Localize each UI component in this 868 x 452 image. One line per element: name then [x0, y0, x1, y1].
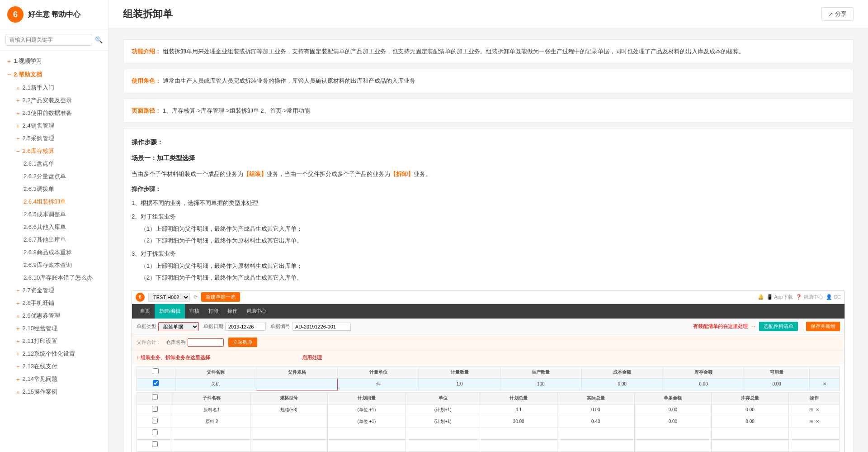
annotation-row: ↑ 组装业务、拆卸业务在这里选择 启用处理: [132, 350, 844, 364]
copy-icon-2[interactable]: ⊞: [809, 419, 813, 424]
help-icon: ❓ 帮助中心: [796, 293, 823, 302]
select-all-top[interactable]: [153, 368, 159, 374]
sidebar-item-docs-27[interactable]: + 2.7资金管理: [0, 284, 108, 297]
sidebar-item-docs-211[interactable]: + 2.11打印设置: [0, 335, 108, 347]
table-row: 关机 件 1:0 100 0.00 0.00 0.00 ✕: [137, 378, 840, 390]
sidebar-item-docs-264[interactable]: 2.6.4组装拆卸单: [0, 195, 108, 208]
sidebar-item-docs-23[interactable]: + 2.3使用前数据准备: [0, 107, 108, 119]
warehouse-input[interactable]: [188, 338, 224, 347]
row-amt-2: 0.00: [634, 416, 712, 428]
ops-2: ⊞ ✕: [788, 416, 840, 428]
sidebar-item-docs-24[interactable]: + 2.4销售管理: [0, 119, 108, 132]
del-icon-2[interactable]: ✕: [816, 419, 819, 424]
del-icon[interactable]: ✕: [816, 407, 819, 412]
table-row: [137, 428, 840, 439]
sidebar-item-docs-210[interactable]: + 2.10经营管理: [0, 322, 108, 335]
doc-date-input[interactable]: [225, 323, 266, 331]
bom-btn[interactable]: 选配件料清单: [759, 322, 798, 331]
th-child-unit: 单位: [406, 392, 480, 404]
sidebar-item-docs-261[interactable]: 2.6.1盘点单: [0, 157, 108, 170]
sidebar-item-docs-214[interactable]: + 2.14常见问题: [0, 373, 108, 385]
child-unit-2: (计划+1): [406, 416, 480, 428]
nav-review[interactable]: 审核: [185, 304, 204, 319]
nav-tree: + 1.视频学习 − 2.帮助文档 + 2.1新手入门 + 2.2产品安装及登录…: [0, 51, 108, 452]
sidebar-item-docs-262[interactable]: 2.6.2分量盘点单: [0, 170, 108, 183]
planned-use-2: (单位 +1): [327, 416, 406, 428]
alert-icon: 🔔: [758, 293, 764, 302]
th-stock-val: 库存金额: [663, 366, 744, 378]
sidebar-item-docs-21[interactable]: + 2.1新手入门: [0, 81, 108, 94]
main-content: 组装拆卸单 ↗ 分享 功能介绍： 组装拆卸单用来处理企业组装或拆卸等加工业务，支…: [108, 0, 868, 452]
sidebar-item-docs-2610[interactable]: 2.6.10库存账本错了怎么办: [0, 271, 108, 284]
plan-total-1: 4.1: [480, 404, 557, 416]
doc-no-input[interactable]: [292, 323, 351, 331]
row-checkbox[interactable]: [153, 380, 159, 386]
role-text: 通常由生产人员或库管人员完成拆装业务的操作，库管人员确认原材料的出库和产成品的入…: [163, 77, 415, 84]
search-input[interactable]: [5, 34, 92, 46]
unit-cell: 件: [338, 378, 419, 390]
copy-icon[interactable]: ⊞: [809, 407, 813, 412]
role-label: 使用角色：: [132, 77, 161, 84]
nav-ops[interactable]: 操作: [223, 304, 242, 319]
form-field-no: 单据编号: [270, 322, 351, 331]
scene-desc: 当由多个子件材料组装成一个成品的业务为【组装】业务，当由一个父件拆分成多个子产品…: [132, 169, 845, 179]
sidebar-item-docs-265[interactable]: 2.6.5成本调整单: [0, 208, 108, 221]
select-all-bottom[interactable]: [152, 394, 158, 400]
th-action: [809, 366, 840, 378]
ok-btn[interactable]: 立采购单: [228, 338, 257, 347]
sidebar-item-docs-269[interactable]: 2.6.9库存账本查询: [0, 259, 108, 271]
screenshot-container: 6 TEST-H002 ⟳ 新建单据一览 🔔 📱 App下载 ❓ 帮助中心 👤 …: [132, 290, 845, 452]
sidebar-item-docs-29[interactable]: + 2.9优惠券管理: [0, 309, 108, 322]
parent-table: 父件名称 父件规格 计量单位 计量数量 生产数量 成本金额 库存金额 可用量: [137, 366, 840, 390]
sidebar-item-docs-266[interactable]: 2.6.6其他入库单: [0, 221, 108, 233]
sidebar-item-docs-26[interactable]: − 2.6库存核算: [0, 145, 108, 157]
screenshot-inner: 6 TEST-H002 ⟳ 新建单据一览 🔔 📱 App下载 ❓ 帮助中心 👤 …: [132, 290, 844, 452]
nav-print[interactable]: 打印: [204, 304, 223, 319]
th-qty: 计量数量: [419, 366, 500, 378]
stock-total-2: 0.00: [712, 416, 789, 428]
arrow-right: →: [750, 321, 756, 332]
child-row-cb[interactable]: [152, 406, 158, 412]
th-actual-total: 实际总量: [557, 392, 634, 404]
doc-type-select[interactable]: 组装单据: [158, 322, 199, 331]
sidebar-item-docs-25[interactable]: + 2.5采购管理: [0, 132, 108, 145]
stock-val-cell: 0.00: [663, 378, 744, 390]
sidebar-item-docs-213[interactable]: + 2.13在线支付: [0, 360, 108, 373]
actual-total-1: 0.00: [557, 404, 634, 416]
child-row-cb[interactable]: [152, 418, 158, 423]
sub-form-row: 父件合计： 仓库名称 立采购单: [132, 335, 844, 350]
th-ops: 操作: [788, 392, 840, 404]
row-delete-icon[interactable]: ✕: [823, 381, 826, 386]
store-selector[interactable]: TEST-H002: [148, 293, 190, 302]
nav-home[interactable]: 自页: [136, 304, 155, 319]
collapse-icon: −: [7, 71, 11, 78]
save-btn[interactable]: 保存并新增: [806, 322, 840, 331]
func-intro-label: 功能介绍：: [132, 48, 161, 55]
warehouse-field: 仓库名称: [166, 338, 224, 347]
actual-total-2: 0.40: [557, 416, 634, 428]
parent-name-cell: 关机: [175, 378, 256, 390]
sidebar-item-docs-263[interactable]: 2.6.3调拨单: [0, 183, 108, 195]
scene-title: 场景一：加工类型选择: [132, 154, 195, 162]
th-cb2: [137, 392, 173, 404]
search-button[interactable]: 🔍: [95, 36, 103, 43]
sidebar-item-docs-22[interactable]: + 2.2产品安装及登录: [0, 94, 108, 107]
sidebar-item-docs-212[interactable]: + 2.12系统个性化设置: [0, 347, 108, 360]
th-plan-total: 计划总量: [480, 392, 557, 404]
table-row: 原料 2 (单位 +1) (计划+1) 30.00 0.40 0.00 0.00: [137, 416, 840, 428]
th-stock-total: 库存总量: [712, 392, 789, 404]
ops-1: ⊞ ✕: [788, 404, 840, 416]
sidebar-item-docs-28[interactable]: + 2.8手机旺铺: [0, 297, 108, 309]
sidebar-item-docs-268[interactable]: 2.6.8商品成本重算: [0, 246, 108, 259]
main-header: 组装拆卸单 ↗ 分享: [108, 0, 868, 29]
new-doc-button[interactable]: 新建单据一览: [201, 292, 240, 302]
share-button[interactable]: ↗ 分享: [821, 7, 854, 21]
date-label: 单据日期: [203, 322, 223, 331]
nav-help[interactable]: 帮助中心: [242, 304, 271, 319]
sidebar-item-docs-267[interactable]: 2.6.7其他出库单: [0, 233, 108, 246]
sidebar-item-docs[interactable]: − 2.帮助文档: [0, 68, 108, 81]
nav-new-edit[interactable]: 新建/编辑: [155, 304, 185, 319]
sidebar-item-docs-215[interactable]: + 2.15操作案例: [0, 385, 108, 398]
sidebar-item-video[interactable]: + 1.视频学习: [0, 54, 108, 68]
bottom-table-container: 子件名称 规格型号 计划用量 单位 计划总量 实际总量 单条金额 库存总量 操作: [132, 392, 844, 452]
